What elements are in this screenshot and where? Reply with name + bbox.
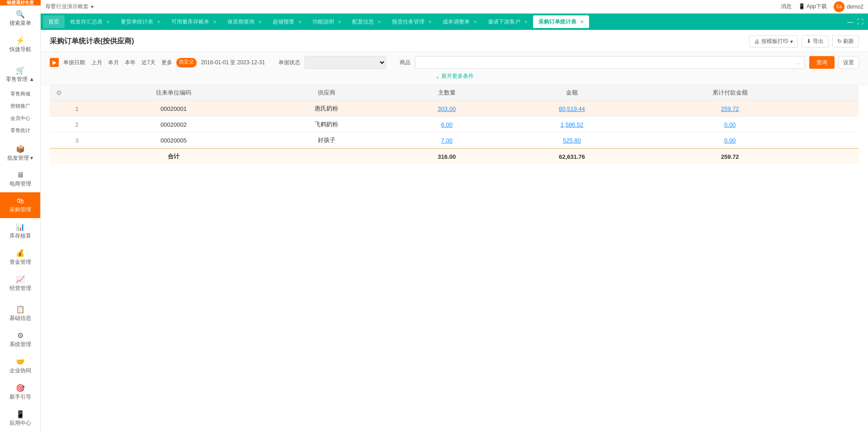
row-amount[interactable]: 1,586.52 (501, 117, 642, 133)
tab-close-icon[interactable]: ✕ (473, 19, 477, 24)
tab-close-icon[interactable]: ✕ (377, 19, 381, 24)
column-settings-icon[interactable]: ⚙ (56, 89, 62, 96)
filter-settings-button[interactable]: 设置 (838, 56, 859, 69)
workspace-name: 母婴行业演示账套 (45, 3, 89, 10)
tab-purchase-stat[interactable]: 采购订单统计表 ✕ (533, 15, 589, 28)
tab-close-icon[interactable]: ✕ (338, 19, 341, 24)
tab-goods-stat[interactable]: 要货单统计表 ✕ (115, 15, 166, 28)
sidebar-item-finance[interactable]: 💰 资金管理 (0, 244, 40, 271)
refresh-button[interactable]: ↻ 刷新 (832, 35, 859, 48)
row-settings (50, 101, 68, 117)
goods-input[interactable] (419, 59, 796, 66)
tab-pick-task[interactable]: 拣货任务管理 ✕ (387, 15, 437, 28)
row-amount[interactable]: 525.80 (501, 133, 642, 149)
sidebar-item-retail-stat[interactable]: 零售统计 (0, 124, 40, 137)
workspace-dropdown-icon[interactable]: ▾ (91, 4, 94, 10)
footer-amount: 62,631.76 (501, 148, 642, 164)
sidebar-item-stock[interactable]: 📊 库存核算 (0, 218, 40, 244)
system-icon: ⚙ (17, 331, 24, 340)
shortcut-this-month[interactable]: 本月 (106, 58, 121, 67)
query-button[interactable]: 查询 (809, 56, 835, 69)
row-index: 2 (68, 117, 86, 133)
tab-label: 首页 (48, 18, 59, 26)
app-download-link[interactable]: 📱 App下载 (798, 3, 827, 10)
tab-label: 成本调整单 (443, 18, 470, 26)
tab-label: 可用量库存账本 (171, 18, 209, 26)
sidebar-item-system[interactable]: ⚙ 系统管理 (0, 327, 40, 353)
tab-invite-customer[interactable]: 邀请下游客户 ✕ (482, 15, 533, 28)
shortcut-this-year[interactable]: 本年 (123, 58, 137, 67)
sidebar-item-newguide[interactable]: 🎯 新手引导 (0, 379, 40, 405)
tab-config-info[interactable]: 配置信息 ✕ (347, 15, 387, 28)
shortcut-last-month[interactable]: 上月 (90, 58, 104, 67)
table-header: ⚙ 往来单位编码 供应商 主数量 金额 累计付款金额 (50, 85, 859, 101)
finance-icon: 💰 (16, 249, 25, 257)
sidebar-item-basic[interactable]: 📋 基础信息 (0, 300, 40, 327)
custom-badge[interactable]: 自定义 (176, 58, 197, 67)
window-minimize-btn[interactable]: — (847, 18, 854, 25)
tab-close-icon[interactable]: ✕ (157, 19, 160, 24)
table-row[interactable]: 3 00020005 好孩子 7.00 525.80 0.00 (50, 133, 859, 149)
tab-close-icon[interactable]: ✕ (258, 19, 262, 24)
sidebar-item-member[interactable]: 会员中心 (0, 112, 40, 124)
enterprise-icon: 🤝 (16, 357, 25, 366)
footer-main-qty: 316.00 (392, 148, 502, 164)
print-button[interactable]: 🖨 按模板打印 ▾ (749, 35, 798, 48)
shortcut-more[interactable]: 更多 (160, 58, 174, 67)
tab-available-stock[interactable]: 可用量库存账本 ✕ (166, 15, 222, 28)
row-paid-amount[interactable]: 0.00 (642, 133, 818, 149)
tab-close-icon[interactable]: ✕ (106, 19, 110, 24)
sidebar-item-marketing[interactable]: 营销推广 (0, 100, 40, 112)
row-paid-amount[interactable]: 0.00 (642, 117, 818, 133)
print-icon: 🖨 (754, 38, 760, 45)
sidebar-item-retail[interactable]: 🛒 零售管理 ▲ (0, 62, 40, 88)
sidebar-item-ecommerce[interactable]: 🖥 电商管理 (0, 167, 40, 192)
footer-label: 合计 (86, 148, 261, 164)
filter-bar: ▶ 单据日期 上月 本月 本年 近7天 更多 自定义 2016-01-01 至 … (41, 52, 868, 85)
goods-more-button[interactable]: ... (796, 59, 801, 66)
row-paid-amount[interactable]: 259.72 (642, 101, 818, 117)
tab-receive-summary[interactable]: 收发存汇总表 ✕ (65, 15, 115, 28)
tab-home[interactable]: 首页 (43, 15, 65, 28)
sidebar-item-batch[interactable]: 📦 批发管理 ▾ (0, 140, 40, 167)
row-main-qty[interactable]: 7.00 (392, 133, 502, 149)
table-row[interactable]: 1 00020001 惠氏奶粉 303.00 60,519.44 259.72 (50, 101, 859, 117)
tab-expiry-query[interactable]: 保质期查询 ✕ (222, 15, 267, 28)
tab-close-icon[interactable]: ✕ (580, 19, 584, 24)
sidebar-item-purchase[interactable]: 🛍 采购管理 (0, 192, 40, 218)
status-select[interactable]: 全部 草稿 已提交 (305, 56, 386, 69)
row-main-qty[interactable]: 303.00 (392, 101, 502, 117)
window-maximize-btn[interactable]: ⛶ (857, 18, 863, 25)
data-table: ⚙ 往来单位编码 供应商 主数量 金额 累计付款金额 1 (50, 85, 859, 164)
date-from: 2016-01-01 (201, 59, 229, 66)
export-icon: ⬇ (807, 38, 811, 44)
page-content: 采购订单统计表(按供应商) 🖨 按模板打印 ▾ ⬇ 导出 ↻ 刷新 (41, 30, 868, 433)
status-filter-label: 单据状态 (278, 59, 300, 67)
expand-more-button[interactable]: ⌄ 展开更多条件 (435, 72, 474, 80)
message-link[interactable]: 消息 (781, 3, 792, 10)
export-button[interactable]: ⬇ 导出 (802, 35, 828, 48)
col-supplier-header: 供应商 (261, 85, 392, 101)
table-row[interactable]: 2 00020002 飞鹤奶粉 6.00 1,586.52 0.00 (50, 117, 859, 133)
row-main-qty[interactable]: 6.00 (392, 117, 502, 133)
tab-overstock-warning[interactable]: 超储预警 ✕ (267, 15, 307, 28)
sidebar-item-retail-mall[interactable]: 零售商城 (0, 88, 40, 100)
print-dropdown-icon: ▾ (790, 38, 793, 45)
tab-close-icon[interactable]: ✕ (428, 19, 432, 24)
tab-close-icon[interactable]: ✕ (213, 19, 217, 24)
filter-expand-button[interactable]: ▶ (50, 58, 59, 67)
user-info[interactable]: Ea demo2 (834, 1, 863, 12)
tab-cost-adjust[interactable]: 成本调整单 ✕ (437, 15, 482, 28)
tab-close-icon[interactable]: ✕ (298, 19, 302, 24)
tab-function-guide[interactable]: 功能说明 ✕ (307, 15, 347, 28)
row-amount[interactable]: 60,519.44 (501, 101, 642, 117)
sidebar-item-search[interactable]: 🔍 搜索菜单 (0, 5, 40, 32)
shortcut-7days[interactable]: 近7天 (140, 58, 157, 67)
sidebar-item-appcenter[interactable]: 📱 应用中心 (0, 405, 40, 432)
sidebar-item-enterprise[interactable]: 🤝 企业协同 (0, 353, 40, 379)
date-shortcuts: 上月 本月 本年 近7天 更多 自定义 (90, 58, 197, 67)
sidebar-item-quicknav[interactable]: ⚡ 快捷导航 (0, 32, 40, 58)
sidebar-item-operation[interactable]: 📈 经营管理 (0, 271, 40, 297)
row-supplier: 好孩子 (261, 133, 392, 149)
tab-close-icon[interactable]: ✕ (524, 19, 528, 24)
